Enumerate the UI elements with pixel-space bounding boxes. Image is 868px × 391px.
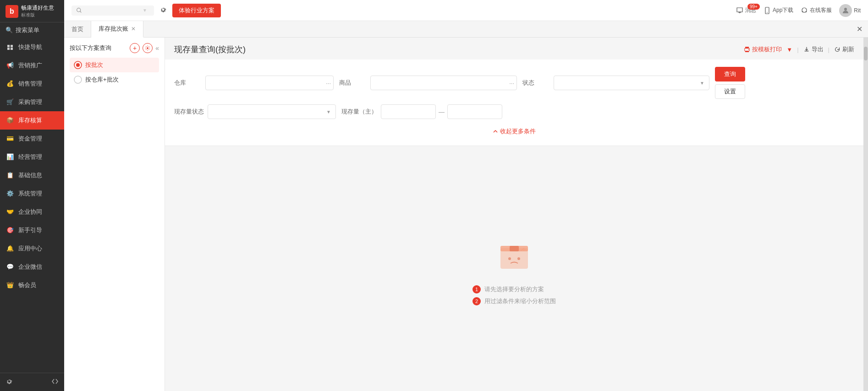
page-title: 现存量查询(按批次) xyxy=(174,44,246,55)
status-caret-icon: ▼ xyxy=(700,81,704,86)
sidebar-item-label: 基础信息 xyxy=(18,171,42,179)
marketing-icon: 📢 xyxy=(5,61,15,70)
sidebar-item-enterprise[interactable]: 🤝 企业协同 xyxy=(0,203,64,221)
scheme-by-warehouse-batch[interactable]: 按仓库+批次 xyxy=(70,72,159,87)
search-icon: 🔍 xyxy=(5,27,13,33)
content-area: 按以下方案查询 + « 按批次 xyxy=(64,38,868,391)
sidebar-item-label: 快捷导航 xyxy=(18,43,42,51)
tabbar-close-all-btn[interactable]: ✕ xyxy=(851,25,868,33)
sidebar-item-wechat[interactable]: 💬 企业微信 xyxy=(0,258,64,276)
scheme-by-warehouse-batch-label: 按仓库+批次 xyxy=(85,76,119,84)
warehouse-input[interactable] xyxy=(205,76,334,90)
message-btn[interactable]: 消息 99+ xyxy=(736,6,756,14)
sidebar-item-label: 销售管理 xyxy=(18,80,42,88)
tab-home[interactable]: 首页 xyxy=(64,21,91,38)
sidebar-nav: 快捷导航 📢 营销推广 💰 销售管理 🛒 采购管理 📦 库存核算 💳 资金管理 … xyxy=(0,38,64,373)
hint-item-1: 1 请先选择要分析的方案 xyxy=(472,285,556,293)
panel-actions: + « xyxy=(130,43,159,53)
filter-row-1: 仓库 ··· 商品 ··· xyxy=(174,67,854,99)
topbar-search-box[interactable]: ▼ xyxy=(71,5,154,16)
sidebar-item-finance[interactable]: 💳 资金管理 xyxy=(0,130,64,148)
sidebar-search[interactable]: 🔍 搜索菜单 xyxy=(0,22,64,38)
product-input[interactable] xyxy=(370,76,517,90)
scheme-by-batch[interactable]: 按批次 xyxy=(70,58,159,72)
footer-collapse-btn[interactable] xyxy=(51,378,59,386)
sidebar-item-label: 经营管理 xyxy=(18,153,42,161)
sidebar-item-appstore[interactable]: 🔔 应用中心 xyxy=(0,239,64,258)
wechat-icon: 💬 xyxy=(5,262,15,272)
app-download-btn[interactable]: App下载 xyxy=(764,6,793,14)
hint-text-1: 请先选择要分析的方案 xyxy=(484,285,544,293)
scheme-by-batch-label: 按批次 xyxy=(85,61,103,69)
topbar-search-input[interactable] xyxy=(85,7,140,14)
status-select[interactable]: ▼ xyxy=(554,76,709,90)
experience-industry-btn[interactable]: 体验行业方案 xyxy=(172,4,221,17)
sidebar-item-sales[interactable]: 💰 销售管理 xyxy=(0,75,64,93)
stock-main-from-input[interactable] xyxy=(381,104,436,119)
hint-text-2: 用过滤条件来缩小分析范围 xyxy=(484,297,556,305)
scrollbar-thumb xyxy=(864,47,868,60)
app-logo: b 畅康通好生意 标准版 xyxy=(5,5,59,18)
stock-status-caret-icon: ▼ xyxy=(326,109,331,114)
empty-state: 1 请先选择要分析的方案 2 用过滤条件来缩小分析范围 xyxy=(165,146,863,391)
avatar xyxy=(839,4,852,17)
sidebar-item-newbie[interactable]: 🎯 新手引导 xyxy=(0,221,64,239)
topbar-gear-btn[interactable] xyxy=(159,6,167,15)
add-scheme-btn[interactable]: + xyxy=(130,43,140,53)
member-icon: 👑 xyxy=(5,281,15,290)
sidebar-item-label: 系统管理 xyxy=(18,190,42,198)
sidebar-item-label: 采购管理 xyxy=(18,98,42,106)
message-badge: 99+ xyxy=(747,4,760,10)
tab-close-btn[interactable]: ✕ xyxy=(131,26,136,32)
sidebar: b 畅康通好生意 标准版 🔍 搜索菜单 快捷导航 📢 营销推广 💰 销售管理 xyxy=(0,0,64,391)
app-version: 标准版 xyxy=(21,12,54,18)
sidebar-item-label: 企业协同 xyxy=(18,208,42,216)
warehouse-more-btn[interactable]: ··· xyxy=(326,80,331,87)
sidebar-item-label: 企业微信 xyxy=(18,263,42,271)
stock-main-label: 现存量（主） xyxy=(341,108,377,116)
filter-settings-btn[interactable]: 设置 xyxy=(715,84,745,99)
product-label: 商品 xyxy=(339,79,367,87)
tab-batch-account[interactable]: 库存批次账 ✕ xyxy=(91,21,143,38)
sidebar-item-basic[interactable]: 📋 基础信息 xyxy=(0,166,64,185)
newbie-icon: 🎯 xyxy=(5,226,15,235)
filter-area: 仓库 ··· 商品 ··· xyxy=(165,60,863,146)
export-btn[interactable]: 导出 xyxy=(803,45,824,54)
svg-line-1 xyxy=(80,11,82,13)
scheme-active-icon xyxy=(73,60,82,70)
stock-status-select[interactable]: ▼ xyxy=(208,104,336,119)
status-label: 状态 xyxy=(522,79,550,87)
user-avatar-area[interactable]: Rit xyxy=(839,4,861,17)
query-btn[interactable]: 查询 xyxy=(715,67,745,81)
empty-hints: 1 请先选择要分析的方案 2 用过滤条件来缩小分析范围 xyxy=(472,285,556,305)
refresh-icon xyxy=(834,46,841,53)
refresh-btn[interactable]: 刷新 xyxy=(834,45,854,54)
panel-header: 按以下方案查询 + « xyxy=(70,43,159,53)
filter-row-2: 现存量状态 ▼ 现存量（主） — xyxy=(174,104,854,119)
svg-point-4 xyxy=(802,8,807,12)
print-template-btn[interactable]: 按模板打印 xyxy=(744,45,782,54)
sidebar-item-member[interactable]: 👑 畅会员 xyxy=(0,276,64,294)
footer-settings-btn[interactable] xyxy=(5,378,13,386)
filter-collapse-btn[interactable]: 收起更多条件 xyxy=(174,125,854,138)
sidebar-item-system[interactable]: ⚙️ 系统管理 xyxy=(0,185,64,203)
right-scrollbar[interactable] xyxy=(863,38,868,391)
customer-service-btn[interactable]: 在线客服 xyxy=(801,6,832,14)
sidebar-item-marketing[interactable]: 📢 营销推广 xyxy=(0,56,64,75)
sidebar-item-inventory[interactable]: 📦 库存核算 xyxy=(0,111,64,130)
app-name: 畅康通好生意 xyxy=(21,5,54,12)
enterprise-icon: 🤝 xyxy=(5,207,15,217)
sidebar-item-quick-nav[interactable]: 快捷导航 xyxy=(0,38,64,56)
panel-collapse-btn[interactable]: « xyxy=(155,44,159,52)
sidebar-item-purchase[interactable]: 🛒 采购管理 xyxy=(0,93,64,111)
svg-rect-2 xyxy=(765,7,769,14)
product-more-btn[interactable]: ··· xyxy=(509,80,514,87)
scheme-settings-btn[interactable] xyxy=(143,43,153,53)
sales-icon: 💰 xyxy=(5,79,15,88)
stock-main-to-input[interactable] xyxy=(447,104,502,119)
print-dropdown-icon[interactable]: ▼ xyxy=(786,46,792,53)
topbar-search-icon xyxy=(76,7,82,13)
app-download-label: App下载 xyxy=(773,6,793,14)
hint-item-2: 2 用过滤条件来缩小分析范围 xyxy=(472,297,556,305)
sidebar-item-operations[interactable]: 📊 经营管理 xyxy=(0,148,64,166)
